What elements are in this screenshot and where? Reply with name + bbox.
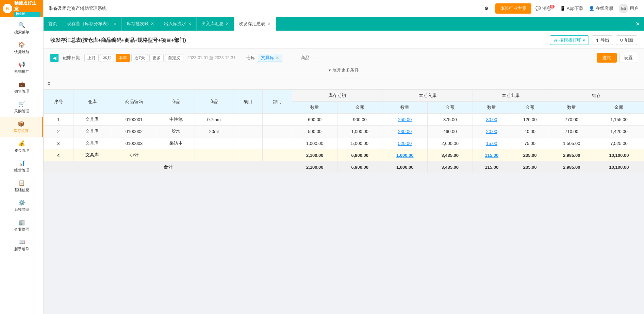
query-btn[interactable]: 查询 xyxy=(597,53,617,63)
sidebar-item-basic[interactable]: 📋 基础信息 xyxy=(0,176,43,196)
warehouse-more[interactable]: ... xyxy=(286,55,290,60)
footer-row: 合计 2,100.00 6,900.00 1,000.00 3,435.00 1… xyxy=(44,161,644,173)
footer-in-amt: 3,435.00 xyxy=(428,161,473,173)
footer-close-amt: 10,100.00 xyxy=(594,161,644,173)
user-avatar[interactable]: Ea 用户 xyxy=(619,4,639,13)
avatar-icon: Ea xyxy=(619,4,628,13)
date-btn-up[interactable]: 上月 xyxy=(84,54,99,62)
subtotal-label: 小计 xyxy=(111,149,157,161)
print-btn[interactable]: 🖨 按模板打印 ▾ xyxy=(550,35,589,45)
row2-in-qty[interactable]: 230.00 xyxy=(382,126,428,137)
row2-out-qty[interactable]: 20.00 xyxy=(473,126,511,137)
table-row: 1 文具库 0100001 中性笔 0.7mm 600.00 900.00 25… xyxy=(44,114,644,126)
date-btn-custom[interactable]: 自定义 xyxy=(165,54,183,62)
export-btn[interactable]: ⬆ 导出 xyxy=(592,35,613,45)
sidebar-label-inventory: 库存核算 xyxy=(14,128,29,133)
sidebar-item-sales[interactable]: 💼 销售管理 xyxy=(0,78,43,97)
row3-dept xyxy=(263,137,292,149)
warehouse-tag-remove[interactable]: ✕ xyxy=(276,55,279,61)
experience-btn[interactable]: 体验行业方案 xyxy=(495,3,531,14)
col-opening-group-header: 库存期初 xyxy=(292,90,382,102)
sidebar-nav: 🔍 搜索菜单 🏠 快捷导航 📢 营销推广 💼 销售管理 🛒 采购管理 📦 库存核… xyxy=(0,17,43,314)
row2-close-amt: 1,420.00 xyxy=(594,126,644,137)
sidebar-item-quick-nav[interactable]: 🏠 快捷导航 xyxy=(0,38,43,58)
tab-stock-dist[interactable]: 现存量（库存分布表） ✕ xyxy=(62,17,122,31)
tab-inout-summary[interactable]: 出入库汇总 ✕ xyxy=(197,17,234,31)
row3-no: 3 xyxy=(44,137,73,149)
footer-label: 合计 xyxy=(44,161,292,173)
subtotal-close-qty: 2,985.00 xyxy=(549,149,594,161)
tab-stock-dist-label: 现存量（库存分布表） xyxy=(67,21,111,27)
table-row: 3 文具库 0100003 采访本 1,000.00 5,000.00 520.… xyxy=(44,137,644,149)
tab-home[interactable]: 首页 xyxy=(44,17,62,31)
row1-in-qty[interactable]: 250.00 xyxy=(382,114,428,126)
newbie-icon: 📖 xyxy=(18,239,25,245)
main-content: 装备及固定资产辅助管理系统 ⚙ 体验行业方案 💬 消息 6 📱 App下载 👤 … xyxy=(44,0,644,314)
date-btn-year[interactable]: 本年 xyxy=(116,54,130,62)
sidebar-item-newbie[interactable]: 📖 新手引导 xyxy=(0,235,43,255)
sidebar-item-inventory[interactable]: 📦 库存核算 xyxy=(0,117,43,137)
row2-code: 0100002 xyxy=(111,126,157,137)
tab-batch[interactable]: 库存批次账 ✕ xyxy=(122,17,159,31)
tab-recv-send-summary-close[interactable]: ✕ xyxy=(267,21,271,26)
filter-toggle-btn[interactable]: ◀ xyxy=(50,54,59,62)
warehouse-label: 仓库 xyxy=(246,55,255,61)
tabbar: 首页 现存量（库存分布表） ✕ 库存批次账 ✕ 出入库流水 ✕ 出入库汇总 ✕ … xyxy=(44,17,644,31)
goods-more[interactable]: ... xyxy=(315,55,318,60)
page-inner: 收发存汇总表(按仓库+商品编码+商品+规格型号+项目+部门) 🖨 按模板打印 ▾… xyxy=(44,31,644,173)
refresh-btn[interactable]: ↻ 刷新 xyxy=(616,35,637,45)
goods-label: 商品 xyxy=(301,55,310,60)
sidebar-item-enterprise[interactable]: 🏢 企业协同 xyxy=(0,216,43,235)
message-btn[interactable]: 💬 消息 6 xyxy=(535,5,555,12)
sidebar-item-purchase[interactable]: 🛒 采购管理 xyxy=(0,97,43,117)
sidebar-item-system[interactable]: ⚙️ 系统管理 xyxy=(0,196,43,216)
service-icon: 👤 xyxy=(589,6,594,11)
row3-out-qty[interactable]: 15.00 xyxy=(473,137,511,149)
date-btn-7days[interactable]: 近7天 xyxy=(131,54,148,62)
marketing-icon: 📢 xyxy=(18,61,25,68)
subtotal-close-amt: 10,100.00 xyxy=(594,149,644,161)
col-product-spec-header: 商品 xyxy=(195,90,233,114)
sidebar-label-operation: 经营管理 xyxy=(14,168,29,173)
sidebar-label-quick-nav: 快捷导航 xyxy=(14,49,29,54)
tab-close-all-btn[interactable]: ✕ xyxy=(631,21,644,27)
subtotal-in-qty[interactable]: 1,000.00 xyxy=(382,149,428,161)
tab-inout-summary-close[interactable]: ✕ xyxy=(226,21,229,26)
date-btn-more[interactable]: 更多 xyxy=(149,54,164,62)
row3-close-amt: 7,525.00 xyxy=(594,137,644,149)
row1-no: 1 xyxy=(44,114,73,126)
settings-icon-btn[interactable]: ⚙ xyxy=(482,4,491,13)
row3-open-qty: 1,000.00 xyxy=(292,137,337,149)
row1-dept xyxy=(263,114,292,126)
page-header-actions: 🖨 按模板打印 ▾ ⬆ 导出 ↻ 刷新 xyxy=(550,35,637,45)
tab-batch-close[interactable]: ✕ xyxy=(151,21,154,26)
expand-icon: ▾ xyxy=(329,68,331,73)
filter-settings-btn[interactable]: 设置 xyxy=(620,53,637,63)
sidebar-item-marketing[interactable]: 📢 营销推广 xyxy=(0,58,43,78)
date-range-text: 2023-01-01 至 2023-12-31 xyxy=(187,55,235,61)
col-warehouse-header: 仓库 xyxy=(73,90,111,114)
date-btn-cur[interactable]: 本月 xyxy=(100,54,114,62)
sidebar-item-search[interactable]: 🔍 搜索菜单 xyxy=(0,18,43,38)
online-service-label: 在线客服 xyxy=(596,5,613,12)
sidebar-item-operation[interactable]: 📊 经营管理 xyxy=(0,156,43,176)
tab-stock-dist-close[interactable]: ✕ xyxy=(113,21,117,26)
tab-recv-send-summary[interactable]: 收发存汇总表 ✕ xyxy=(234,17,276,31)
tab-inout-flow[interactable]: 出入库流水 ✕ xyxy=(159,17,197,31)
online-service-btn[interactable]: 👤 在线客服 xyxy=(589,5,613,12)
expand-more-btn[interactable]: ▾ 展开更多条件 xyxy=(50,66,637,75)
page-header: 收发存汇总表(按仓库+商品编码+商品+规格型号+项目+部门) 🖨 按模板打印 ▾… xyxy=(44,31,644,49)
table-settings-icon[interactable]: ⚙ xyxy=(47,81,53,87)
export-icon: ⬆ xyxy=(595,38,599,43)
app-download-btn[interactable]: 📱 App下载 xyxy=(560,5,583,12)
sidebar-item-finance[interactable]: 💰 资金管理 xyxy=(0,137,43,156)
subtotal-out-qty[interactable]: 115.00 xyxy=(473,149,511,161)
refresh-icon: ↻ xyxy=(620,38,623,43)
row1-out-qty[interactable]: 80.00 xyxy=(473,114,511,126)
row3-out-amt: 75.00 xyxy=(511,137,549,149)
col-close-qty-header: 数量 xyxy=(549,102,594,114)
col-out-qty-header: 数量 xyxy=(473,102,511,114)
row3-in-qty[interactable]: 520.00 xyxy=(382,137,428,149)
tab-inout-flow-close[interactable]: ✕ xyxy=(188,21,192,26)
app-logo: 6 畅捷通好生意 标准版 xyxy=(0,0,43,17)
